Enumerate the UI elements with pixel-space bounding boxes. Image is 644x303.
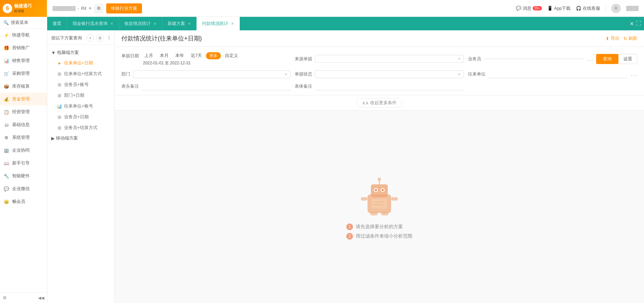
dept-select[interactable]: ▾: [133, 70, 291, 78]
staff-input-area: [484, 59, 584, 59]
divider: [606, 5, 606, 12]
date-option-last-month[interactable]: 上月: [142, 52, 156, 60]
close-all-tabs-btn[interactable]: ✕: [630, 21, 634, 27]
date-option-more[interactable]: 更多: [206, 52, 221, 59]
date-option-this-year[interactable]: 本年: [173, 52, 187, 60]
date-option-custom[interactable]: 自定义: [222, 52, 241, 60]
chevron-down-icon: ▼: [51, 50, 56, 55]
sidebar-item-quick-nav[interactable]: ⚡ 快捷导航: [0, 29, 47, 41]
robot-svg: [357, 174, 401, 218]
tab-bank-flow[interactable]: 现金银行流水查询 ✕: [67, 17, 119, 30]
tab-new-scheme[interactable]: 新建方案 ✕: [162, 17, 197, 30]
scheme-item-unit-settle[interactable]: ⊞ 往来单位+结算方式: [47, 68, 114, 79]
svg-rect-9: [391, 197, 398, 201]
sidebar-item-sales[interactable]: 📊 销售管理: [0, 54, 47, 67]
tab-home[interactable]: 首页: [47, 17, 67, 30]
filter-settings-btn[interactable]: 设置: [618, 54, 637, 64]
staff-label: 业务员: [468, 56, 481, 62]
sidebar-item-finance[interactable]: 💰 资金管理: [0, 93, 47, 105]
search-menu[interactable]: 🔍 搜索菜单: [0, 17, 47, 29]
unit-label: 往来单位: [468, 71, 486, 77]
sidebar-item-enterprise[interactable]: 🏢 企业协同: [0, 144, 47, 157]
basic-icon: 🗂: [3, 122, 9, 128]
unit-input-area: [488, 70, 628, 78]
svg-point-7: [378, 178, 381, 181]
messages-btn[interactable]: 💬 消息 99+: [516, 5, 542, 11]
marketing-icon: 🎁: [3, 45, 9, 51]
settings-icon[interactable]: ⚙: [3, 295, 7, 300]
empty-hint-2: 2 用过滤条件来缩小分析范围: [346, 233, 412, 240]
search-label: 搜索菜单: [11, 20, 28, 26]
scheme-item-dept-date[interactable]: ⊞ 部门+日期: [47, 90, 114, 101]
online-service-btn[interactable]: 🎧 在线客服: [576, 5, 600, 11]
sidebar-item-purchase[interactable]: 🛒 采购管理: [0, 67, 47, 80]
expand-tabs-btn[interactable]: ⛶: [636, 21, 641, 27]
scheme-item-staff-date[interactable]: ⊞ 业务员+日期: [47, 112, 114, 122]
sidebar-item-guide[interactable]: 📖 新手引导: [0, 157, 47, 170]
sidebar-header: 6 畅捷通巧 标准版: [0, 0, 47, 17]
tab-receivable[interactable]: 收款情况统计 ✕: [119, 17, 162, 30]
sidebar-item-system[interactable]: ⚙ 系统管理: [0, 131, 47, 144]
sidebar-item-hardware[interactable]: 🔧 智能硬件: [0, 170, 47, 182]
user-dropdown-arrow[interactable]: ▾: [89, 6, 91, 11]
tab-close-bank-flow[interactable]: ✕: [110, 22, 113, 26]
header-note-label: 表头备注: [121, 83, 139, 89]
topbar-settings-btn[interactable]: ⚙: [94, 4, 104, 13]
header-note-input[interactable]: [142, 82, 291, 90]
scheme-table-icon: ⊞: [57, 71, 62, 77]
topbar-right: 💬 消息 99+ 📱 App下载 🎧 在线客服 R ████: [516, 4, 639, 13]
quick-nav-icon: ⚡: [3, 32, 9, 38]
tab-close-receivable[interactable]: ✕: [153, 22, 156, 26]
scheme-list: ▼ 电脑端方案 ● 往来单位+日期 ⊞ 往来单位+结算方式 ⊞: [47, 45, 114, 303]
staff-more-btn[interactable]: ...: [587, 56, 593, 62]
sidebar-item-wechat[interactable]: 💬 企业微信: [0, 182, 47, 195]
sidebar-item-operation[interactable]: 📋 经营管理: [0, 105, 47, 118]
body-note-label: 表体备注: [295, 83, 312, 89]
scheme-item-unit-account[interactable]: 📊 往来单位+账号: [47, 101, 114, 112]
app-download-btn[interactable]: 📱 App下载: [547, 5, 570, 11]
sidebar-item-basic[interactable]: 🗂 基础信息: [0, 118, 47, 131]
collapse-more-btn[interactable]: ∧∧ 收起更多条件: [356, 98, 402, 108]
active-scheme-icon: ●: [57, 60, 62, 66]
user-company: Rit: [81, 6, 86, 11]
hint-text-1: 请先选择要分析的方案: [356, 224, 403, 230]
source-doc-select[interactable]: ▾: [315, 55, 464, 63]
query-btn[interactable]: 查询: [596, 54, 618, 64]
unit-more-btn[interactable]: ...: [631, 71, 637, 77]
tab-close-new-scheme[interactable]: ✕: [188, 22, 191, 26]
dept-arrow: ▾: [285, 72, 287, 77]
doc-status-select[interactable]: ▾: [315, 70, 464, 78]
date-options: 上月 本月 本年 近7天 更多 自定义: [142, 52, 241, 60]
trial-btn[interactable]: 体验行业方案: [106, 3, 142, 13]
app-icon: 📱: [547, 6, 553, 11]
scheme-group-desktop-header[interactable]: ▼ 电脑端方案: [47, 48, 114, 58]
scheme-item-staff-account[interactable]: ⊞ 业务员+账号: [47, 79, 114, 90]
scheme-table-icon-4: ⊞: [57, 114, 62, 120]
unit-field: 往来单位 ...: [468, 70, 637, 78]
scheme-item-unit-date[interactable]: ● 往来单位+日期: [47, 58, 114, 68]
sidebar-item-marketing[interactable]: 🎁 营销推广: [0, 41, 47, 54]
avatar[interactable]: R: [611, 4, 621, 13]
date-option-this-month[interactable]: 本月: [157, 52, 171, 60]
tab-close-payment-stats[interactable]: ✕: [231, 22, 234, 26]
tab-payment-stats[interactable]: 付款情况统计 ✕: [197, 17, 240, 30]
chevron-right-icon: ▶: [51, 136, 55, 141]
sidebar-item-member[interactable]: 👑 畅会员: [0, 195, 47, 208]
collapse-sidebar-btn[interactable]: ◀◀: [38, 296, 44, 300]
collapse-bar: ∧∧ 收起更多条件: [115, 95, 644, 111]
scheme-group-mobile-header[interactable]: ▶ 移动端方案: [47, 133, 114, 143]
scheme-panel-collapse-btn[interactable]: 《: [106, 35, 110, 41]
page-title: 付款情况统计(往来单位+日期): [121, 34, 202, 42]
headset-icon: 🎧: [576, 6, 581, 11]
tabbar-actions: ✕ ⛶: [627, 17, 644, 30]
sidebar-item-inventory[interactable]: 📦 库存核算: [0, 80, 47, 93]
date-option-last7[interactable]: 近7天: [188, 52, 205, 60]
scheme-settings-btn[interactable]: ⚙: [96, 34, 104, 42]
refresh-btn[interactable]: ↻ 刷新: [623, 35, 637, 41]
topbar: ████████ ▪ Rit ▾ ⚙ 体验行业方案 💬 消息 99+ 📱: [47, 0, 644, 17]
body-note-input[interactable]: [315, 82, 464, 90]
add-scheme-btn[interactable]: +: [87, 34, 94, 42]
scheme-item-staff-settle[interactable]: ⊞ 业务员+结算方式: [47, 122, 114, 133]
hint-text-2: 用过滤条件来缩小分析范围: [356, 233, 412, 239]
export-btn[interactable]: ⬆ 导出: [606, 35, 619, 41]
